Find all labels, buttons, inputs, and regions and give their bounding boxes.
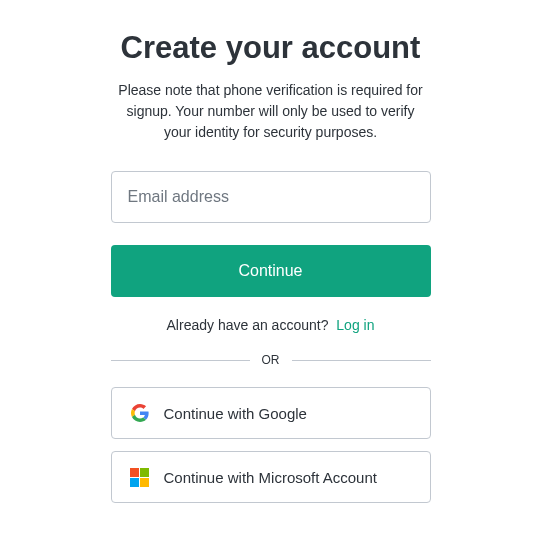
- google-icon: [130, 403, 150, 423]
- divider: OR: [111, 353, 431, 367]
- signup-container: Create your account Please note that pho…: [111, 30, 431, 544]
- divider-line-right: [292, 360, 431, 361]
- page-subtitle: Please note that phone verification is r…: [111, 80, 431, 143]
- login-prompt-row: Already have an account? Log in: [167, 317, 375, 333]
- microsoft-button-label: Continue with Microsoft Account: [164, 469, 377, 486]
- login-link[interactable]: Log in: [336, 317, 374, 333]
- divider-line-left: [111, 360, 250, 361]
- google-button-label: Continue with Google: [164, 405, 307, 422]
- continue-button[interactable]: Continue: [111, 245, 431, 297]
- email-field[interactable]: [111, 171, 431, 223]
- divider-label: OR: [262, 353, 280, 367]
- microsoft-icon: [130, 467, 150, 487]
- continue-with-microsoft-button[interactable]: Continue with Microsoft Account: [111, 451, 431, 503]
- login-prompt-text: Already have an account?: [167, 317, 329, 333]
- continue-with-google-button[interactable]: Continue with Google: [111, 387, 431, 439]
- page-title: Create your account: [121, 30, 421, 66]
